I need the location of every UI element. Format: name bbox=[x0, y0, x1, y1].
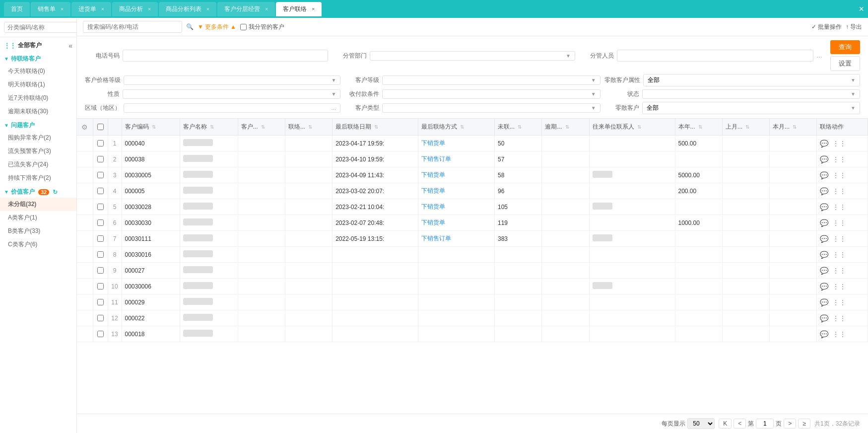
message-action-icon[interactable]: 💬 bbox=[820, 251, 828, 259]
row-checkbox[interactable] bbox=[97, 172, 104, 178]
last-page-btn[interactable]: ≥ bbox=[798, 419, 810, 429]
row-checkbox[interactable] bbox=[97, 219, 104, 226]
message-action-icon[interactable]: 💬 bbox=[820, 171, 828, 179]
customer-level-select[interactable]: ▼ bbox=[382, 75, 600, 85]
sort-this-month-icon[interactable]: ⇅ bbox=[793, 124, 797, 130]
manager-more-icon[interactable]: … bbox=[816, 52, 822, 59]
sparse-attr-select[interactable]: 全部▼ bbox=[643, 74, 860, 86]
sort-contact-icon[interactable]: ⇅ bbox=[308, 124, 312, 130]
all-customers-label[interactable]: ⋮⋮ 全部客户 « bbox=[0, 37, 76, 52]
customer-type-select[interactable]: ▼ bbox=[382, 103, 600, 113]
prev-page-btn[interactable]: < bbox=[734, 419, 746, 429]
message-action-icon[interactable]: 💬 bbox=[820, 267, 828, 275]
contact-method-link[interactable]: 下销货单 bbox=[421, 140, 445, 146]
close-all-tabs[interactable]: × bbox=[859, 4, 864, 14]
status-select[interactable]: ▼ bbox=[642, 89, 860, 99]
collapse-sidebar-icon[interactable]: « bbox=[68, 42, 72, 50]
sort-uncontacted-icon[interactable]: ⇅ bbox=[518, 124, 522, 130]
tab-customer-tier[interactable]: 客户分层经营 × bbox=[217, 2, 275, 16]
region-select[interactable]: … bbox=[124, 103, 340, 113]
row-checkbox[interactable] bbox=[97, 156, 104, 162]
tab-customer-contact[interactable]: 客户联络 × bbox=[276, 2, 322, 16]
contact-method-link[interactable]: 下销货单 bbox=[421, 203, 445, 210]
message-action-icon[interactable]: 💬 bbox=[820, 283, 828, 290]
sidebar-item-tomorrow-pending[interactable]: 明天待联络(1) bbox=[0, 78, 76, 91]
sidebar-item-churn-warning[interactable]: 流失预警客户(3) bbox=[0, 144, 76, 158]
tab-purchase[interactable]: 进货单 × bbox=[71, 2, 111, 16]
row-checkbox[interactable] bbox=[97, 315, 104, 321]
nature-select[interactable]: ▼ bbox=[123, 89, 340, 99]
sidebar-item-overdue-pending[interactable]: 逾期未联络(30) bbox=[0, 105, 76, 118]
page-size-select[interactable]: 50 20 100 bbox=[687, 418, 715, 429]
page-number-input[interactable] bbox=[756, 419, 774, 429]
message-action-icon[interactable]: 💬 bbox=[820, 140, 828, 147]
sort-method-icon[interactable]: ⇅ bbox=[460, 124, 464, 130]
tab-product-analysis[interactable]: 商品分析 × bbox=[112, 2, 158, 16]
message-action-icon[interactable]: 💬 bbox=[820, 298, 828, 306]
sort-year-icon[interactable]: ⇅ bbox=[698, 124, 702, 130]
search-input[interactable] bbox=[83, 21, 182, 33]
row-checkbox[interactable] bbox=[97, 204, 104, 210]
close-tab-purchase[interactable]: × bbox=[101, 6, 104, 12]
sort-code-icon[interactable]: ⇅ bbox=[152, 124, 156, 130]
row-checkbox[interactable] bbox=[97, 283, 104, 289]
first-page-btn[interactable]: K bbox=[719, 419, 732, 429]
contact-method-link[interactable]: 下销售订单 bbox=[421, 235, 451, 242]
link-action-icon[interactable]: ⋮⋮ bbox=[832, 155, 846, 163]
manager-input[interactable] bbox=[617, 50, 813, 62]
more-conditions-btn[interactable]: ▼ 更多条件 ▲ bbox=[198, 23, 236, 31]
link-action-icon[interactable]: ⋮⋮ bbox=[832, 203, 846, 211]
link-action-icon[interactable]: ⋮⋮ bbox=[832, 314, 846, 322]
row-checkbox[interactable] bbox=[97, 251, 104, 258]
group-pending-contact[interactable]: ▼ 待联络客户 bbox=[0, 52, 76, 65]
link-action-icon[interactable]: ⋮⋮ bbox=[832, 267, 846, 275]
close-tab-customer-tier[interactable]: × bbox=[265, 6, 268, 12]
payment-select[interactable]: ▼ bbox=[382, 89, 600, 99]
select-all-checkbox[interactable] bbox=[97, 124, 104, 130]
export-btn[interactable]: ↑ 导出 bbox=[846, 23, 862, 31]
tab-sales[interactable]: 销售单 × bbox=[31, 2, 70, 16]
my-customer-checkbox-area[interactable]: 我分管的客户 bbox=[240, 23, 284, 31]
price-level-select[interactable]: ▼ bbox=[124, 75, 340, 85]
row-checkbox[interactable] bbox=[97, 140, 104, 146]
sidebar-item-unclassified[interactable]: 未分组(32) bbox=[0, 198, 76, 211]
message-action-icon[interactable]: 💬 bbox=[820, 314, 828, 322]
message-action-icon[interactable]: 💬 bbox=[820, 235, 828, 243]
sidebar-item-hoard-abnormal[interactable]: 囤购异常客户(2) bbox=[0, 131, 76, 144]
contact-method-link[interactable]: 下销货单 bbox=[421, 171, 445, 178]
link-action-icon[interactable]: ⋮⋮ bbox=[832, 235, 846, 243]
link-action-icon[interactable]: ⋮⋮ bbox=[832, 219, 846, 227]
my-customer-checkbox[interactable] bbox=[240, 24, 247, 30]
sort-overdue-icon[interactable]: ⇅ bbox=[565, 124, 569, 130]
filter-search-icon[interactable]: 🔍 bbox=[186, 23, 194, 30]
link-action-icon[interactable]: ⋮⋮ bbox=[832, 251, 846, 259]
sidebar-item-class-c[interactable]: C类客户(6) bbox=[0, 238, 76, 251]
message-action-icon[interactable]: 💬 bbox=[820, 219, 828, 227]
close-tab-product-analysis[interactable]: × bbox=[148, 6, 151, 12]
table-settings-icon[interactable]: ⚙ bbox=[80, 123, 90, 131]
tab-product-list[interactable]: 商品分析列表 × bbox=[159, 2, 216, 16]
sidebar-item-class-b[interactable]: B类客户(33) bbox=[0, 224, 76, 238]
message-action-icon[interactable]: 💬 bbox=[820, 155, 828, 163]
sort-contact-person-icon[interactable]: ⇅ bbox=[637, 124, 641, 130]
group-problem-customers[interactable]: ▼ 问题客户 bbox=[0, 118, 76, 131]
row-checkbox[interactable] bbox=[97, 267, 104, 274]
group-value-customers[interactable]: ▼ 价值客户 32 ↻ bbox=[0, 185, 76, 198]
link-action-icon[interactable]: ⋮⋮ bbox=[832, 298, 846, 306]
sort-type-icon[interactable]: ⇅ bbox=[261, 124, 265, 130]
close-tab-sales[interactable]: × bbox=[61, 6, 64, 12]
sidebar-item-class-a[interactable]: A类客户(1) bbox=[0, 211, 76, 224]
next-page-btn[interactable]: > bbox=[784, 419, 796, 429]
reset-button[interactable]: 设置 bbox=[830, 56, 860, 71]
link-action-icon[interactable]: ⋮⋮ bbox=[832, 330, 846, 338]
dept-select[interactable]: ▼ bbox=[370, 51, 575, 61]
link-action-icon[interactable]: ⋮⋮ bbox=[832, 187, 846, 195]
sidebar-item-7day-pending[interactable]: 近7天待联络(0) bbox=[0, 91, 76, 105]
phone-input[interactable] bbox=[123, 50, 328, 62]
contact-method-link[interactable]: 下销售订单 bbox=[421, 155, 451, 162]
link-action-icon[interactable]: ⋮⋮ bbox=[832, 283, 846, 290]
contact-method-link[interactable]: 下销货单 bbox=[421, 187, 445, 194]
message-action-icon[interactable]: 💬 bbox=[820, 187, 828, 195]
close-tab-product-list[interactable]: × bbox=[206, 6, 209, 12]
row-checkbox[interactable] bbox=[97, 331, 104, 337]
